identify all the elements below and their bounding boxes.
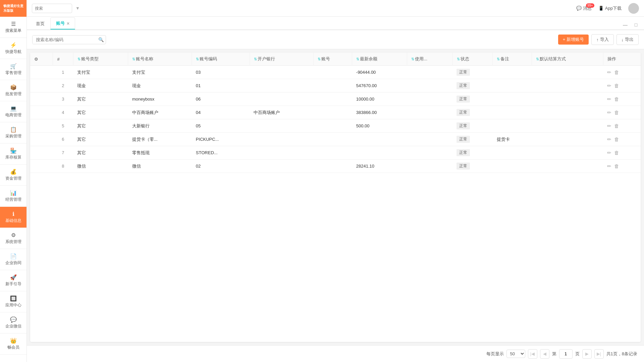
tab-label-account: 账号 [56,20,65,26]
page-prev-button[interactable]: ◀ [540,349,549,359]
sidebar-item-purchase[interactable]: 📋采购管理 [0,122,26,143]
cell-settle [532,106,603,119]
toolbar: 🔍 + 新增账号 ↑ 导入 ↓ 导出 [27,30,644,49]
sidebar-label-agreement: 企业协同 [5,260,21,265]
settings-col-icon[interactable]: ⚙ [34,57,38,62]
cell-num: 2 [53,79,73,93]
col-header-remark[interactable]: ⇅备注 [493,53,532,66]
edit-icon[interactable]: ✏ [607,69,611,75]
edit-icon[interactable]: ✏ [607,163,611,169]
export-button[interactable]: ↓ 导出 [616,34,639,45]
col-header-settle[interactable]: ⇅默认结算方式 [532,53,603,66]
sidebar-item-basic[interactable]: ℹ基础信息 [0,207,26,228]
search-button[interactable]: 🔍 [96,36,106,44]
cell-bank [250,93,313,106]
cell-num: 8 [53,160,73,173]
window-maximize-button[interactable]: □ [631,20,641,29]
sidebar-label-basic: 基础信息 [5,218,21,223]
col-header-bank[interactable]: ⇅开户银行 [250,53,313,66]
delete-icon[interactable]: 🗑 [614,163,619,169]
table-row: 8微信微信0228241.10正常✏🗑 [30,160,641,173]
delete-icon[interactable]: 🗑 [614,83,619,89]
topbar-search-input[interactable] [32,4,72,13]
cell-action: ✏🗑 [603,133,641,146]
topbar-dropdown-icon[interactable]: ▼ [75,6,80,11]
sidebar-item-appstore[interactable]: 🔲应用中心 [0,291,26,312]
cell-name: 支付宝 [128,66,192,79]
edit-icon[interactable]: ✏ [607,150,611,156]
cell-settings [30,106,53,119]
cell-usage [407,106,453,119]
delete-icon[interactable]: 🗑 [614,150,619,156]
col-header-usage[interactable]: ⇅使用... [407,53,453,66]
sidebar-item-wechat[interactable]: 💬企业微信 [0,312,26,334]
col-header-status[interactable]: ⇅状态 [452,53,492,66]
cell-usage [407,79,453,93]
sidebar-icon-purchase: 📋 [2,126,25,133]
toolbar-actions: + 新增账号 ↑ 导入 ↓ 导出 [558,34,639,45]
sidebar-item-retail[interactable]: 🛒零售管理 [0,59,26,80]
page-size-select[interactable]: 102050100 [506,350,525,358]
cell-code: 05 [192,119,250,133]
sidebar-item-inventory[interactable]: 🏪库存核算 [0,143,26,165]
page-label: 第 [552,351,556,357]
search-box: 🔍 [32,35,106,44]
sidebar-item-finance[interactable]: 💰资金管理 [0,165,26,186]
delete-icon[interactable]: 🗑 [614,69,619,75]
edit-icon[interactable]: ✏ [607,136,611,142]
sidebar-icon-inventory: 🏪 [2,147,25,154]
col-header-settings: ⚙ [30,53,53,66]
sidebar-label-ecommerce: 电商管理 [5,113,21,117]
sidebar-item-ecommerce[interactable]: 💻电商管理 [0,101,26,122]
sidebar-item-shortcut[interactable]: ⚡快捷导航 [0,38,26,59]
sidebar-item-system[interactable]: ⚙系统管理 [0,228,26,249]
edit-icon[interactable]: ✏ [607,110,611,116]
col-header-name[interactable]: ⇅账号名称 [128,53,192,66]
sidebar-item-agreement[interactable]: 📄企业协同 [0,249,26,270]
sidebar: 畅捷通好生意 乐版版 ☰搜索菜单⚡快捷导航🛒零售管理📦批发管理💻电商管理📋采购管… [0,0,27,362]
add-account-button[interactable]: + 新增账号 [558,35,589,45]
cell-code: STORED... [192,146,250,160]
sidebar-item-member[interactable]: 👑畅会员 [0,334,26,355]
delete-icon[interactable]: 🗑 [614,96,619,102]
sidebar-label-shortcut: 快捷导航 [5,49,21,54]
cell-remark [493,66,532,79]
edit-icon[interactable]: ✏ [607,96,611,102]
topbar-app-download[interactable]: 📱 App下载 [598,5,622,11]
cell-bank: 中百商场账户 [250,106,313,119]
cell-bank [250,133,313,146]
topbar-message[interactable]: 💬 消息 99+ [576,5,592,11]
page-number-input[interactable]: 1 [559,349,573,359]
tab-home[interactable]: 首页 [30,17,50,29]
cell-remark [493,79,532,93]
delete-icon[interactable]: 🗑 [614,123,619,129]
page-next-button[interactable]: ▶ [582,349,592,359]
user-avatar[interactable] [628,3,639,14]
col-header-account[interactable]: ⇅账号 [313,53,352,66]
tab-close-account[interactable]: × [67,21,69,26]
page-first-button[interactable]: |◀ [528,349,537,359]
col-header-code[interactable]: ⇅账号编码 [192,53,250,66]
sidebar-item-operations[interactable]: 📊经营管理 [0,186,26,207]
cell-balance: 28241.10 [352,160,407,173]
table-row: 4其它中百商场账户04中百商场账户383866.00正常✏🗑 [30,106,641,119]
col-header-balance[interactable]: ⇅最新余额 [352,53,407,66]
col-header-type[interactable]: ⇅账号类型 [73,53,128,66]
import-button[interactable]: ↑ 导入 [591,34,614,45]
pagination: 每页显示 102050100 |◀ ◀ 第 1 页 ▶ ▶| 共1页，8条记录 [27,345,644,362]
tab-account[interactable]: 账号× [50,17,75,29]
sidebar-item-guide[interactable]: 🚀新手引导 [0,270,26,291]
search-input[interactable] [33,36,96,44]
sidebar-icon-member: 👑 [2,338,25,344]
edit-icon[interactable]: ✏ [607,123,611,129]
page-last-button[interactable]: ▶| [594,349,604,359]
delete-icon[interactable]: 🗑 [614,110,619,116]
cell-name: 中百商场账户 [128,106,192,119]
window-minimize-button[interactable]: — [621,20,630,29]
sidebar-item-search[interactable]: ☰搜索菜单 [0,17,26,38]
delete-icon[interactable]: 🗑 [614,136,619,142]
cell-code: 04 [192,106,250,119]
edit-icon[interactable]: ✏ [607,83,611,89]
sidebar-label-guide: 新手引导 [5,282,21,286]
sidebar-item-wholesale[interactable]: 📦批发管理 [0,80,26,101]
